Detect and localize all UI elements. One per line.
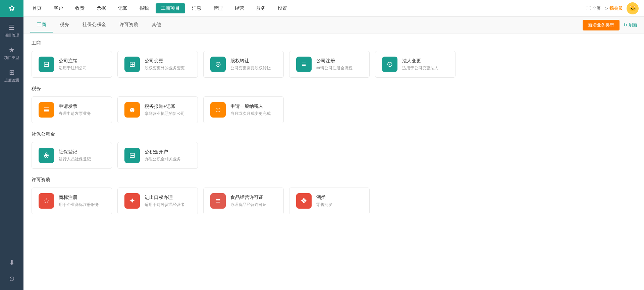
card-申请发票[interactable]: ≣ 申请发票 办理申请发票业务	[32, 96, 112, 123]
card-desc: 适用于公司变更法人	[402, 65, 438, 71]
card-desc: 用于企业商标注册服务	[59, 202, 99, 208]
sidebar-label: 项目类型	[4, 55, 19, 60]
nav-item-票据[interactable]: 票据	[91, 3, 111, 13]
nav-item-收费[interactable]: 收费	[70, 3, 90, 13]
card-text: 股权转让 公司变更需要股权转让	[230, 58, 271, 71]
nav-item-工商项目[interactable]: 工商项目	[156, 3, 185, 13]
card-desc: 办理公积金相关业务	[145, 156, 181, 162]
card-desc: 办理申请发票业务	[59, 111, 91, 117]
tab-工商[interactable]: 工商	[30, 18, 53, 32]
refresh-label: 刷新	[629, 22, 637, 28]
card-法人变更[interactable]: ⊙ 法人变更 适用于公司变更法人	[375, 51, 455, 78]
sidebar-icon: ☰	[9, 23, 15, 31]
card-公司注册[interactable]: ≡ 公司注册 申请公司注册全流程	[289, 51, 370, 78]
card-desc: 适用于注销公司	[59, 65, 87, 71]
card-公司变更[interactable]: ⊞ 公司变更 股权变更外的业务变更	[117, 51, 198, 78]
card-desc: 当月或次月成变更完成	[230, 111, 271, 117]
section-工商: 工商 ⊟ 公司注销 适用于注销公司 ⊞ 公司变更 股权变更外的业务变更 ⊛ 股权…	[32, 40, 636, 78]
cards-grid: ☆ 商标注册 用于企业商标注册服务 ✦ 进出口权办理 适用于对外贸易经营者 ≡ …	[32, 188, 636, 214]
content-area: 工商税务社保公积金许可资质其他 新增业务类型 ↻ 刷新 工商 ⊟ 公司注销 适用…	[23, 17, 644, 290]
card-icon: ⊙	[382, 57, 397, 72]
card-商标注册[interactable]: ☆ 商标注册 用于企业商标注册服务	[32, 188, 112, 214]
tab-许可资质[interactable]: 许可资质	[113, 18, 145, 32]
sidebar-bottom-item[interactable]: ⬇	[0, 255, 23, 271]
card-desc: 零售批发	[316, 202, 332, 208]
vip-button[interactable]: ▷ 畅会员	[605, 5, 623, 11]
tab-其他[interactable]: 其他	[145, 18, 168, 32]
card-title: 公司变更	[145, 58, 185, 64]
card-title: 公积金开户	[145, 149, 181, 155]
card-title: 社保登记	[59, 149, 91, 155]
nav-item-管理[interactable]: 管理	[208, 3, 228, 13]
card-icon: ⊟	[39, 57, 54, 72]
cards-grid: ❀ 社保登记 进行人员社保登记 ⊟ 公积金开户 办理公积金相关业务	[32, 142, 636, 169]
card-icon: ⊛	[210, 57, 226, 72]
card-申请一般纳税人[interactable]: ☺ 申请一般纳税人 当月或次月成变更完成	[203, 96, 284, 123]
section-社保公积金: 社保公积金 ❀ 社保登记 进行人员社保登记 ⊟ 公积金开户 办理公积金相关业务	[32, 131, 636, 169]
card-text: 酒类 零售批发	[316, 195, 332, 208]
fullscreen-icon: ⛶	[586, 6, 591, 11]
sidebar: ☰项目管理★项目类型⊞进度监测⬇⊙	[0, 17, 23, 290]
card-icon: ≣	[39, 102, 54, 118]
tab-bar: 工商税务社保公积金许可资质其他 新增业务类型 ↻ 刷新	[23, 17, 644, 33]
card-title: 公司注销	[59, 58, 87, 64]
refresh-button[interactable]: ↻ 刷新	[624, 22, 637, 28]
card-公司注销[interactable]: ⊟ 公司注销 适用于注销公司	[32, 51, 112, 78]
card-text: 公司注册 申请公司注册全流程	[316, 58, 353, 71]
fullscreen-label: 全屏	[592, 5, 601, 11]
card-icon: ✦	[124, 193, 140, 209]
vip-label: 畅会员	[609, 5, 623, 11]
logo: ✿	[0, 0, 23, 17]
card-icon: ❖	[296, 193, 312, 209]
section-title: 社保公积金	[32, 131, 636, 137]
card-text: 申请一般纳税人 当月或次月成变更完成	[230, 103, 271, 117]
card-icon: ☆	[39, 193, 54, 209]
mascot-avatar[interactable]: 🐱	[627, 2, 639, 14]
card-食品经营许可证[interactable]: ≡ 食品经营许可证 办理食品经营许可证	[203, 188, 284, 214]
card-进出口权办理[interactable]: ✦ 进出口权办理 适用于对外贸易经营者	[117, 188, 198, 214]
sidebar-icon: ⊞	[9, 68, 15, 76]
tabs: 工商税务社保公积金许可资质其他	[30, 18, 168, 32]
sidebar-bottom-icon: ⬇	[9, 259, 15, 267]
card-酒类[interactable]: ❖ 酒类 零售批发	[289, 188, 370, 214]
cards-grid: ⊟ 公司注销 适用于注销公司 ⊞ 公司变更 股权变更外的业务变更 ⊛ 股权转让 …	[32, 51, 636, 78]
sidebar-item-项目管理[interactable]: ☰项目管理	[0, 19, 23, 42]
card-title: 申请发票	[59, 103, 91, 110]
sidebar-item-进度监测[interactable]: ⊞进度监测	[0, 64, 23, 87]
content-scroll: 工商 ⊟ 公司注销 适用于注销公司 ⊞ 公司变更 股权变更外的业务变更 ⊛ 股权…	[23, 33, 644, 290]
card-desc: 拿到营业执照的新公司	[145, 111, 185, 117]
card-text: 进出口权办理 适用于对外贸易经营者	[145, 195, 185, 208]
card-title: 法人变更	[402, 58, 438, 64]
nav-item-服务[interactable]: 服务	[251, 3, 271, 13]
main-layout: ☰项目管理★项目类型⊞进度监测⬇⊙ 工商税务社保公积金许可资质其他 新增业务类型…	[0, 17, 644, 290]
sidebar-bottom-item[interactable]: ⊙	[0, 271, 23, 287]
card-desc: 申请公司注册全流程	[316, 65, 353, 71]
card-desc: 股权变更外的业务变更	[145, 65, 185, 71]
tab-税务[interactable]: 税务	[53, 18, 76, 32]
nav-item-记账[interactable]: 记账	[113, 3, 133, 13]
refresh-icon: ↻	[624, 22, 627, 27]
nav-item-首页[interactable]: 首页	[27, 3, 47, 13]
card-社保登记[interactable]: ❀ 社保登记 进行人员社保登记	[32, 142, 112, 169]
card-desc: 适用于对外贸易经营者	[145, 202, 185, 208]
nav-item-报税[interactable]: 报税	[134, 3, 154, 13]
card-股权转让[interactable]: ⊛ 股权转让 公司变更需要股权转让	[203, 51, 284, 78]
card-icon: ☺	[210, 102, 226, 118]
sidebar-label: 项目管理	[4, 33, 19, 38]
fullscreen-button[interactable]: ⛶ 全屏	[586, 5, 601, 11]
card-title: 食品经营许可证	[230, 195, 267, 201]
card-desc: 公司变更需要股权转让	[230, 65, 271, 71]
nav-item-设置[interactable]: 设置	[272, 3, 292, 13]
nav-item-经营[interactable]: 经营	[229, 3, 250, 13]
tab-社保公积金[interactable]: 社保公积金	[76, 18, 113, 32]
section-title: 许可资质	[32, 177, 636, 183]
nav-item-客户[interactable]: 客户	[48, 3, 68, 13]
card-公积金开户[interactable]: ⊟ 公积金开户 办理公积金相关业务	[117, 142, 198, 169]
top-navigation: ✿ 首页客户收费票据记账报税工商项目消息管理经营服务设置 ⛶ 全屏 ▷ 畅会员 …	[0, 0, 644, 17]
card-text: 公司变更 股权变更外的业务变更	[145, 58, 185, 71]
card-title: 公司注册	[316, 58, 353, 64]
sidebar-item-项目类型[interactable]: ★项目类型	[0, 42, 23, 64]
nav-item-消息[interactable]: 消息	[186, 3, 207, 13]
add-business-type-button[interactable]: 新增业务类型	[583, 20, 620, 30]
card-税务报道+记账[interactable]: ☻ 税务报道+记账 拿到营业执照的新公司	[117, 96, 198, 123]
